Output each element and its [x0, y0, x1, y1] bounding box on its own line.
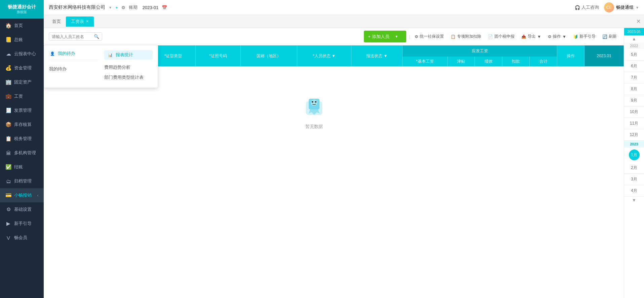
month-2[interactable]: 2月: [624, 162, 644, 174]
svg-point-4: [315, 101, 316, 103]
popup-cost-trend[interactable]: 费用趋势分析: [104, 62, 153, 72]
export-icon: 📤: [521, 34, 526, 39]
expense-popup: 👤 我的待办 我的待办 📊 报表统计 费用趋势分析 部门费用类型统计表: [44, 45, 158, 88]
sidebar-item-invoice[interactable]: 🧾 发票管理: [0, 103, 44, 118]
sidebar-item-label: 归档管理: [14, 178, 32, 184]
sidebar-item-expense[interactable]: 💳 小畅报销 ‹: [0, 188, 44, 202]
month-5[interactable]: 5月: [624, 49, 644, 61]
tax-report-btn[interactable]: 📄 固个税申报: [486, 34, 517, 39]
td-icon: 📋: [451, 34, 456, 39]
month-12[interactable]: 12月: [624, 129, 644, 141]
sidebar-item-cloud-report[interactable]: ☁ 云报表中心: [0, 47, 44, 61]
sidebar-item-tax[interactable]: 📋 税务管理: [0, 132, 44, 146]
add-person-btn[interactable]: + 添加人员 ▼: [364, 31, 406, 42]
sidebar-item-close-account[interactable]: ✅ 结账: [0, 160, 44, 174]
export-arrow: ▼: [537, 34, 541, 39]
tab-close-btn[interactable]: ✕: [86, 19, 89, 24]
si-icon: ⚙: [415, 34, 418, 39]
popup-reports-header: 📊 报表统计: [104, 50, 153, 60]
close-window-btn[interactable]: ✕: [636, 18, 641, 25]
tax-deduction-btn[interactable]: 📋 专项附加扣除: [449, 34, 483, 39]
tab-home-label: 首页: [52, 19, 61, 25]
member-icon: V: [5, 235, 11, 241]
sidebar-item-label: 云报表中心: [14, 51, 36, 57]
strip-down-btn[interactable]: ▼: [624, 197, 644, 204]
op-label: 操作: [553, 34, 561, 39]
tr-icon: 📄: [488, 34, 493, 39]
add-icon: +: [368, 34, 371, 39]
guide-icon: 🔰: [573, 34, 578, 39]
month-3[interactable]: 3月: [624, 174, 644, 185]
month-11[interactable]: 11月: [624, 118, 644, 129]
popup-dept-cost[interactable]: 部门费用类型统计表: [104, 72, 153, 82]
settings-icon[interactable]: ⚙: [121, 5, 125, 10]
col-id-number: *证照号码: [196, 45, 240, 66]
inventory-icon: 📦: [5, 122, 11, 128]
sidebar-item-home[interactable]: 🏠 首页: [0, 19, 44, 33]
sidebar-item-label: 固定资产: [14, 79, 32, 85]
search-icon[interactable]: 🔍: [94, 34, 99, 39]
salary-icon: 💼: [5, 93, 11, 99]
org-icon: 🏛: [5, 150, 11, 156]
ledger-icon: 📒: [5, 37, 11, 43]
company-dropdown-arrow[interactable]: ▼: [109, 6, 112, 9]
sidebar-item-general-ledger[interactable]: 📒 总账: [0, 33, 44, 47]
add-btn-label: 添加人员: [372, 34, 389, 40]
refresh-icon: 🔄: [602, 34, 607, 39]
user-profile[interactable]: CE 畅捷通组 ▼: [604, 2, 639, 12]
td-label: 专项附加扣除: [457, 34, 481, 39]
add-dropdown-caret: ▼: [391, 33, 402, 40]
headset-icon: 🎧: [575, 5, 580, 10]
sidebar-item-inventory[interactable]: 📦 库存核算: [0, 118, 44, 132]
guide-label: 新手引导: [579, 34, 596, 39]
sidebar-item-archive[interactable]: 🗂 归档管理: [0, 174, 44, 188]
sidebar-item-guide[interactable]: ▶ 新手引导: [0, 217, 44, 231]
month-7[interactable]: 7月: [624, 72, 644, 84]
prev-year-label: 2022: [624, 42, 644, 49]
month-8[interactable]: 8月: [624, 84, 644, 95]
strip-up-btn[interactable]: ▲: [624, 35, 644, 42]
col-nationality: 国籍（地区）: [240, 45, 297, 66]
month-strip: 2023.01 ▲ 2022 5月 6月 7月 8月 9月 10月 11月 12…: [624, 28, 644, 298]
month-4[interactable]: 4月: [624, 185, 644, 197]
app-name: 畅捷通好会计: [8, 4, 36, 10]
col-status: *人员状态 ▼: [297, 45, 351, 66]
export-btn[interactable]: 📤 导出 ▼: [519, 34, 543, 39]
sidebar-item-multi-org[interactable]: 🏛 多机构管理: [0, 146, 44, 160]
expand-arrow: ‹: [37, 194, 38, 197]
month-10[interactable]: 10月: [624, 106, 644, 118]
sidebar-item-settings[interactable]: ⚙ 基础设置: [0, 202, 44, 217]
sidebar-item-funds[interactable]: 💰 资金管理: [0, 61, 44, 75]
search-input[interactable]: [52, 34, 92, 39]
op-icon: ⚙: [548, 34, 552, 39]
current-year-section: 2023 1月 2月 3月 4月: [624, 141, 644, 197]
refresh-label: 刷新: [609, 34, 617, 39]
refresh-btn[interactable]: 🔄 刷新: [600, 34, 619, 39]
tab-salary[interactable]: 工资表 ✕: [66, 16, 94, 27]
archive-icon: 🗂: [5, 178, 11, 184]
social-insurance-btn[interactable]: ⚙ 统一社保设置: [413, 34, 446, 39]
sidebar-item-salary[interactable]: 💼 工资: [0, 89, 44, 103]
sub-col-base: *基本工资: [403, 57, 447, 66]
month-9[interactable]: 9月: [624, 95, 644, 106]
tax-icon: 📋: [5, 136, 11, 142]
prev-year-section: 2022 5月 6月 7月 8月 9月 10月 11月 12月: [624, 42, 644, 141]
popup-menu: 👤 我的待办 我的待办 📊 报表统计 费用趋势分析 部门费用类型统计表: [44, 45, 158, 88]
add-company-btn[interactable]: +: [115, 5, 118, 10]
sep1: |: [409, 34, 410, 39]
sidebar-item-fixed-assets[interactable]: 🏢 固定资产: [0, 75, 44, 89]
sidebar-item-member[interactable]: V 畅会员: [0, 231, 44, 245]
col-operations-header: 操作: [557, 45, 584, 66]
sidebar-item-label: 多机构管理: [14, 150, 36, 156]
report-icon: 📊: [107, 52, 114, 58]
popup-todo-header: 👤 我的待办: [49, 50, 98, 60]
month-1-active[interactable]: 1月: [629, 150, 640, 160]
support-btn[interactable]: 🎧 人工咨询: [575, 4, 599, 10]
top-header: 西安虾米网络科技有限公司 ▼ + ⚙ 账期 2023-01 📅 🎧 人工咨询 C…: [44, 0, 644, 15]
popup-my-todo[interactable]: 我的待办: [49, 64, 98, 74]
operation-btn[interactable]: ⚙ 操作 ▼: [546, 34, 568, 39]
tab-home[interactable]: 首页: [47, 16, 66, 27]
month-6[interactable]: 6月: [624, 61, 644, 72]
calendar-icon[interactable]: 📅: [162, 5, 167, 10]
guide-btn[interactable]: 🔰 新手引导: [571, 34, 598, 39]
